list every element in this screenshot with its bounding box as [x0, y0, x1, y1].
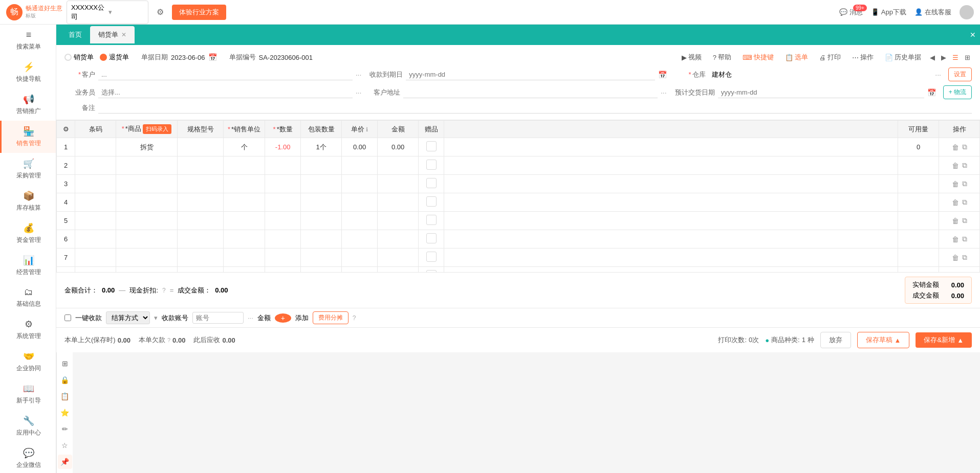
gift-checkbox[interactable]: [426, 215, 437, 225]
delete-icon[interactable]: 🗑: [952, 254, 959, 262]
row-price-1[interactable]: 0.00: [342, 138, 378, 156]
row-pack-1[interactable]: 1个: [301, 138, 342, 156]
close-tab-icon[interactable]: ✕: [121, 31, 126, 38]
right-tool-6[interactable]: ☆: [58, 438, 72, 453]
save-draft-button[interactable]: 保存草稿 ▲: [857, 332, 910, 348]
right-tool-4[interactable]: ⭐: [58, 406, 72, 420]
operations-button[interactable]: ⋯ 操作: [848, 51, 878, 63]
sidebar-item-operations[interactable]: 📊 经营管理: [0, 250, 56, 282]
row-unit-1[interactable]: 个: [224, 138, 265, 156]
sidebar-item-purchase[interactable]: 🛒 采购管理: [0, 153, 56, 185]
trial-button[interactable]: 体验行业方案: [172, 5, 226, 20]
online-support-button[interactable]: 👤 在线客服: [914, 8, 951, 17]
right-tool-7[interactable]: 📌: [58, 455, 72, 469]
sidebar-item-app-center[interactable]: 🔧 应用中心: [0, 410, 56, 442]
copy-icon[interactable]: ⧉: [962, 198, 967, 207]
radio-sales-order[interactable]: 销货单: [64, 53, 94, 62]
tab-home[interactable]: 首页: [60, 26, 90, 43]
tab-sales-order[interactable]: 销货单 ✕: [90, 26, 135, 43]
customer-input[interactable]: [98, 69, 353, 80]
print-button[interactable]: 🖨 打印: [815, 51, 845, 63]
delivery-date-input[interactable]: [718, 87, 924, 98]
calendar-icon[interactable]: 📅: [208, 53, 217, 61]
th-settings[interactable]: ⚙: [57, 121, 75, 138]
ellipsis-icon[interactable]: ···: [248, 314, 253, 322]
video-button[interactable]: ▶ 视频: [678, 51, 706, 63]
gift-checkbox[interactable]: [426, 196, 437, 207]
row-amount-1[interactable]: 0.00: [378, 138, 419, 156]
radio-return-order[interactable]: 退货单: [100, 53, 129, 62]
next-record-button[interactable]: ▶: [940, 52, 948, 63]
save-new-button[interactable]: 保存&新增 ▲: [916, 332, 972, 348]
sidebar-item-guide[interactable]: 📖 新手引导: [0, 378, 56, 410]
delete-icon[interactable]: 🗑: [952, 180, 959, 188]
prev-record-button[interactable]: ◀: [928, 52, 937, 63]
sidebar-item-inventory[interactable]: 📦 库存核算: [0, 185, 56, 217]
one-click-payment-checkbox[interactable]: [64, 314, 71, 321]
expense-question-icon[interactable]: ?: [353, 314, 356, 322]
scan-button[interactable]: 扫码录入: [143, 124, 171, 134]
gift-checkbox-1[interactable]: [426, 141, 437, 151]
app-download-button[interactable]: 📱 App下载: [871, 8, 906, 17]
gift-checkbox[interactable]: [426, 252, 437, 262]
right-tool-3[interactable]: 📋: [58, 389, 72, 403]
right-tool-1[interactable]: ⊞: [58, 356, 72, 371]
row-product-1[interactable]: 拆货: [116, 138, 178, 156]
remarks-input[interactable]: [98, 102, 972, 114]
sidebar-item-quick-nav[interactable]: ⚡ 快捷导航: [0, 56, 56, 88]
settings-button[interactable]: 设置: [948, 67, 972, 81]
copy-icon[interactable]: ⧉: [962, 161, 967, 170]
row-qty-1[interactable]: -1.00: [265, 138, 301, 156]
account-input[interactable]: [192, 312, 244, 324]
row-spec-1[interactable]: [178, 138, 224, 156]
sidebar-item-finance[interactable]: 💰 资金管理: [0, 217, 56, 250]
addr-more-icon[interactable]: ···: [661, 88, 667, 97]
delete-icon[interactable]: 🗑: [952, 198, 959, 207]
sidebar-item-search[interactable]: ≡ 搜索菜单: [0, 25, 56, 56]
row-barcode-1[interactable]: [75, 138, 116, 156]
view-toggle-list[interactable]: ☰: [951, 52, 960, 63]
copy-icon[interactable]: ⧉: [962, 235, 967, 243]
delivery-calendar-icon[interactable]: 📅: [927, 88, 936, 97]
sidebar-item-basic-info[interactable]: 🗂 基础信息: [0, 282, 56, 313]
gift-checkbox[interactable]: [426, 178, 437, 188]
gift-checkbox[interactable]: [426, 160, 437, 170]
warehouse-more-icon[interactable]: ···: [935, 71, 941, 79]
close-all-tabs-button[interactable]: ✕: [970, 31, 976, 39]
logistics-button[interactable]: + 物流: [943, 85, 972, 99]
sidebar-item-system[interactable]: ⚙ 系统管理: [0, 313, 56, 346]
customer-more-icon[interactable]: ···: [356, 71, 362, 79]
customer-addr-input[interactable]: [403, 87, 658, 98]
delete-icon[interactable]: 🗑: [952, 217, 959, 225]
history-button[interactable]: 📄 历史单据: [881, 51, 925, 63]
row-gift-1[interactable]: [419, 138, 444, 156]
avatar[interactable]: [960, 5, 974, 19]
copy-icon[interactable]: ⧉: [962, 253, 967, 262]
salesperson-more-icon[interactable]: ···: [356, 88, 362, 97]
shortcuts-button[interactable]: ⌨ 快捷键: [738, 51, 778, 63]
sidebar-item-marketing[interactable]: 📢 营销推广: [0, 88, 56, 121]
shortage-question-icon[interactable]: ?: [167, 337, 170, 343]
calc-method-select[interactable]: 结算方式: [106, 311, 150, 324]
due-date-input[interactable]: [406, 69, 655, 80]
add-payment-button[interactable]: +: [275, 313, 291, 323]
message-button[interactable]: 💬 消息 99+: [839, 8, 863, 17]
gear-button[interactable]: ⚙: [153, 5, 168, 20]
discard-button[interactable]: 放弃: [820, 332, 851, 348]
cash-discount-question-icon[interactable]: ?: [162, 287, 166, 294]
salesperson-input[interactable]: [98, 87, 353, 98]
sidebar-item-sales[interactable]: 🏪 销售管理: [0, 121, 56, 153]
gift-checkbox[interactable]: [426, 233, 437, 243]
select-button[interactable]: 📋 选单: [781, 51, 812, 63]
sidebar-item-wechat[interactable]: 💬 企业微信: [0, 442, 56, 473]
delete-row-icon-1[interactable]: 🗑: [952, 143, 959, 151]
delete-icon[interactable]: 🗑: [952, 162, 959, 170]
copy-icon[interactable]: ⧉: [962, 216, 967, 225]
due-date-calendar-icon[interactable]: 📅: [658, 71, 667, 79]
view-toggle-grid[interactable]: ⊞: [963, 52, 972, 63]
copy-row-icon-1[interactable]: ⧉: [962, 143, 967, 151]
right-tool-5[interactable]: ✏: [58, 422, 72, 436]
company-selector[interactable]: XXXXXX公司 ▾: [67, 1, 148, 24]
delete-icon[interactable]: 🗑: [952, 235, 959, 243]
right-tool-2[interactable]: 🔒: [58, 373, 72, 387]
